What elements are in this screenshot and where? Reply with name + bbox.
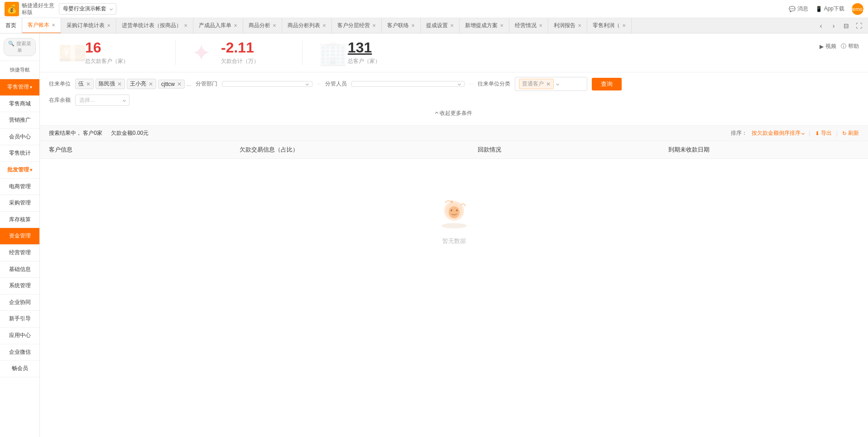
stat-label-total-clients: 总客户（家） (348, 57, 380, 65)
close-tab-goods-analysis[interactable]: ✕ (273, 23, 276, 28)
close-tab-production-inbound[interactable]: ✕ (234, 23, 237, 28)
balance-select[interactable]: 选择... (75, 95, 129, 106)
tab-profit-report[interactable]: 利润报告 ✕ (548, 18, 587, 33)
sidebar-item-app-center[interactable]: 应用中心 (0, 328, 39, 344)
sidebar-item-member-center[interactable]: 会员中心 (0, 129, 39, 146)
avatar[interactable]: demo2 (852, 3, 863, 15)
tab-promotion-settings[interactable]: 提成设置 ✕ (421, 18, 460, 33)
messages-button[interactable]: 💬 消息 (789, 5, 808, 13)
quick-nav-button[interactable]: 快捷导航 (0, 61, 39, 79)
tab-menu-button[interactable]: ⊟ (841, 20, 852, 31)
close-tab-purchase-orders[interactable]: ✕ (107, 23, 110, 28)
app-download-button[interactable]: 📱 App下载 (815, 5, 844, 13)
tab-production-inbound[interactable]: 产成品入库单 ✕ (193, 18, 243, 33)
help-button[interactable]: ⓘ 帮助 (841, 43, 859, 50)
tab-customer-segment[interactable]: 客户分层经营 ✕ (332, 18, 382, 33)
top-bar-right: 💬 消息 📱 App下载 demo2 (789, 3, 863, 15)
sidebar-item-retail-stats[interactable]: 零售统计 (0, 145, 39, 162)
main-layout: 🔍 搜索菜单 快捷导航 零售管理 ▾ 零售商城 营销推广 会员中心 (0, 33, 868, 437)
table-header: 客户信息 欠款交易信息（占比） 回款情况 到期未收款日期 (40, 141, 868, 159)
sidebar-item-marketing[interactable]: 营销推广 (0, 112, 39, 129)
sidebar-item-retail-mgmt[interactable]: 零售管理 ▾ (0, 79, 39, 96)
quick-nav-item[interactable]: 快捷导航 (4, 64, 36, 76)
tab-inbound-stats[interactable]: 进货单统计表（按商品） ✕ (116, 18, 193, 33)
close-tab-goods-analysis-list[interactable]: ✕ (322, 23, 326, 28)
org-selector[interactable]: 母婴行业演示帐套 (59, 3, 116, 14)
sort-select[interactable]: 按欠款金额倒序排序 (752, 129, 804, 137)
sidebar-item-operations[interactable]: 经营管理 (0, 245, 39, 261)
tab-goods-analysis[interactable]: 商品分析 ✕ (243, 18, 282, 33)
chevron-down-icon-sort (801, 132, 805, 135)
empty-text: 暂无数据 (442, 237, 466, 245)
svg-point-4 (456, 209, 458, 211)
close-tab-inbound-stats[interactable]: ✕ (184, 23, 187, 28)
close-tab-customer-contact[interactable]: ✕ (411, 23, 415, 28)
sidebar-item-basic-info[interactable]: 基础信息 (0, 261, 39, 278)
remove-tag-wu[interactable]: ✕ (86, 81, 91, 87)
refresh-button[interactable]: ↻ 刷新 (842, 129, 859, 137)
stat-label-debt: 欠款合计（万） (221, 57, 259, 65)
remove-tag-wang[interactable]: ✕ (149, 81, 153, 87)
sidebar-item-system-mgmt[interactable]: 系统管理 (0, 278, 39, 294)
close-tab-new-promotion-plan[interactable]: ✕ (500, 23, 504, 28)
sidebar-item-enterprise-coop[interactable]: 企业协同 (0, 294, 39, 311)
dept-select[interactable] (222, 81, 312, 87)
tab-prev-button[interactable]: ‹ (815, 20, 826, 31)
stat-total-debt-customers: 💴 16 总欠款客户（家） (49, 40, 176, 65)
sidebar-item-ecommerce[interactable]: 电商管理 (0, 179, 39, 195)
results-bar: 搜索结果中， 客户0家 欠款金额0.00元 排序： 按欠款金额倒序排序 | ⬇ … (40, 126, 868, 141)
filter-tag-unit-type: 普通客户 ✕ (519, 79, 554, 89)
tab-new-promotion-plan[interactable]: 新增提成方案 ✕ (460, 18, 509, 33)
remove-tag-cjttcw[interactable]: ✕ (177, 81, 182, 87)
tab-home[interactable]: 首页 (0, 18, 22, 33)
close-tab-customer-segment[interactable]: ✕ (372, 23, 376, 28)
sidebar-item-new-guide[interactable]: 新手引导 (0, 311, 39, 328)
tab-customer-contact[interactable]: 客户联络 ✕ (382, 18, 421, 33)
stat-debt-amount: ✦ -2.11 欠款合计（万） (176, 40, 302, 65)
sidebar-menu: 零售管理 ▾ 零售商城 营销推广 会员中心 零售统计 批发管理 ▾ 电商管理 (0, 79, 39, 437)
sidebar-item-inventory[interactable]: 库存核算 (0, 212, 39, 228)
unit-type-label: 往来单位分类 (478, 80, 510, 88)
svg-point-3 (451, 209, 452, 211)
close-tab-retail-profit[interactable]: ✕ (622, 23, 626, 28)
close-tab-promotion-settings[interactable]: ✕ (450, 23, 454, 28)
tab-goods-analysis-list[interactable]: 商品分析列表 ✕ (282, 18, 332, 33)
stats-row: 💴 16 总欠款客户（家） ✦ -2.11 欠款合计（万） 🏢 131 总客户（… (40, 33, 868, 72)
remove-tag-unit-type[interactable]: ✕ (546, 81, 551, 87)
sidebar-item-wholesale-mgmt[interactable]: 批发管理 ▾ (0, 162, 39, 179)
export-button[interactable]: ⬇ 导出 (815, 129, 832, 137)
sidebar-item-enterprise-wechat[interactable]: 企业微信 (0, 344, 39, 361)
close-tab-accounts[interactable]: ✕ (52, 23, 55, 28)
collapse-button[interactable]: 收起更多条件 (434, 108, 474, 119)
sidebar-item-purchase[interactable]: 采购管理 (0, 195, 39, 212)
tab-accounts[interactable]: 客户账本 ✕ (22, 18, 61, 33)
person-select[interactable] (351, 81, 465, 87)
org-unit-label: 往来单位 (49, 80, 71, 88)
tab-purchase-orders[interactable]: 采购订单统计表 ✕ (61, 18, 116, 33)
download-icon: 📱 (815, 6, 822, 12)
sidebar-item-finance[interactable]: 资金管理 (0, 228, 39, 245)
close-tab-business-status[interactable]: ✕ (539, 23, 542, 28)
query-button[interactable]: 查询 (592, 78, 622, 90)
chevron-down-icon (110, 7, 113, 10)
filter-tag-wu: 伍 ✕ (75, 79, 94, 89)
filter-tags-more[interactable]: ... (187, 81, 191, 87)
filter-row-2: 在库余额 选择... (49, 95, 859, 106)
tab-fullscreen-button[interactable]: ⛶ (854, 20, 864, 31)
empty-state: 暂无数据 (40, 159, 868, 281)
logo-area: 💰 畅捷通好生意 标版 (5, 2, 54, 16)
sidebar-item-retail-mall[interactable]: 零售商城 (0, 96, 39, 113)
tab-next-button[interactable]: › (828, 20, 839, 31)
remove-tag-chen[interactable]: ✕ (117, 81, 122, 87)
unit-type-select[interactable]: 普通客户 ✕ (515, 77, 587, 91)
content-area: 💴 16 总欠款客户（家） ✦ -2.11 欠款合计（万） 🏢 131 总客户（… (40, 33, 868, 437)
tab-business-status[interactable]: 经营情况 ✕ (509, 18, 548, 33)
close-tab-profit-report[interactable]: ✕ (578, 23, 581, 28)
th-debt-info: 欠款交易信息（占比） (240, 146, 478, 154)
sidebar-item-vip-member[interactable]: 畅会员 (0, 361, 39, 377)
video-button[interactable]: ▶ 视频 (820, 43, 836, 50)
sort-label: 排序： (731, 129, 747, 137)
balance-label: 在库余额 (49, 96, 71, 104)
search-menu-button[interactable]: 🔍 搜索菜单 (4, 38, 36, 56)
tab-retail-profit[interactable]: 零售利润（ ✕ (587, 18, 632, 33)
